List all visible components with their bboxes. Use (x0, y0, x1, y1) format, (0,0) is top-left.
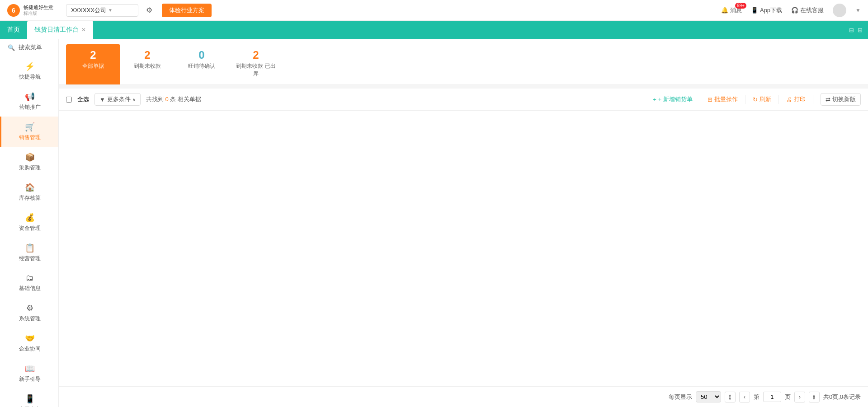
stats-bar: 2 全部单据 2 到期未收款 0 旺铺待确认 2 到期未收款 已出库 (59, 39, 868, 85)
select-all-label: 全选 (77, 95, 89, 103)
main-layout: 🔍 搜索菜单 ⚡ 快捷导航 📢 营销推广 🛒 销售管理 📦 采购管理 🏠 库存核… (0, 39, 868, 407)
divider3 (778, 95, 779, 104)
refresh-icon: ↻ (753, 96, 758, 103)
user-menu-button[interactable]: ▼ (855, 7, 861, 14)
batch-button[interactable]: ⊞ 批量操作 (708, 95, 738, 103)
divider2 (745, 95, 745, 104)
company-selector[interactable]: XXXXXX公司 ▼ (66, 4, 138, 17)
select-all-checkbox[interactable] (66, 97, 72, 103)
refresh-button[interactable]: ↻ 刷新 (753, 95, 771, 103)
minimize-icon[interactable]: ⊟ (849, 27, 854, 33)
expand-icon[interactable]: ⊞ (858, 27, 863, 33)
tab-workbench[interactable]: 钱货日清工作台 ✕ (27, 21, 93, 39)
business-icon: 📋 (25, 243, 35, 253)
company-dropdown-arrow: ▼ (108, 8, 113, 13)
messages-badge: 99+ (735, 3, 746, 9)
marketing-icon: 📢 (25, 92, 35, 102)
sidebar-item-sales[interactable]: 🛒 销售管理 (0, 117, 58, 147)
switch-icon: ⇄ (826, 96, 830, 103)
stat-card-overdue[interactable]: 2 到期未收款 (120, 44, 175, 84)
add-order-button[interactable]: + + 新增销货单 (653, 95, 693, 103)
sidebar-item-quick-nav[interactable]: ⚡ 快捷导航 (0, 56, 58, 86)
sidebar: 🔍 搜索菜单 ⚡ 快捷导航 📢 营销推广 🛒 销售管理 📦 采购管理 🏠 库存核… (0, 39, 59, 407)
pagination: 每页显示 10 20 50 100 ⟪ ‹ 第 页 › ⟫ 共0页,0条记录 (59, 386, 868, 407)
user-dropdown-icon: ▼ (855, 7, 861, 14)
page-size-select[interactable]: 10 20 50 100 (696, 391, 721, 402)
sidebar-item-inventory[interactable]: 🏠 库存核算 (0, 177, 58, 207)
service-icon: 🎧 (791, 7, 798, 14)
print-icon: 🖨 (786, 96, 792, 103)
divider4 (813, 95, 813, 104)
batch-icon: ⊞ (708, 96, 712, 103)
current-page-input[interactable] (763, 392, 781, 402)
inventory-icon: 🏠 (25, 182, 35, 192)
logo-icon: 6 (7, 4, 20, 17)
page-size-label: 每页显示 (669, 393, 692, 401)
quick-nav-icon: ⚡ (25, 61, 35, 71)
stat-pending-number: 0 (182, 49, 222, 61)
logo-text: 畅捷通好生意 标准版 (24, 4, 53, 16)
tab-controls: ⊟ ⊞ (849, 27, 868, 33)
app-center-icon: 📱 (25, 394, 35, 404)
base-info-icon: 🗂 (26, 273, 34, 283)
filter-icon: ▼ (99, 96, 105, 103)
sidebar-item-enterprise[interactable]: 🤝 企业协同 (0, 328, 58, 358)
page-label: 第 (754, 393, 760, 401)
sidebar-item-purchase[interactable]: 📦 采购管理 (0, 147, 58, 177)
found-count: 0 (165, 96, 169, 103)
finance-icon: 💰 (25, 213, 35, 223)
found-text: 共找到 0 条 相关单据 (146, 95, 201, 103)
prev-page-button[interactable]: ‹ (739, 392, 750, 402)
download-icon: 📱 (751, 7, 758, 14)
page-label-end: 页 (785, 393, 791, 401)
add-icon: + (653, 96, 656, 103)
purchase-icon: 📦 (25, 152, 35, 162)
trial-button[interactable]: 体验行业方案 (162, 4, 212, 17)
header-right: 🔔 消息 99+ 📱 App下载 🎧 在线客服 ▼ (721, 4, 861, 17)
stat-pending-label: 旺铺待确认 (182, 62, 222, 70)
stat-shipped-number: 2 (236, 49, 276, 61)
logo-area: 6 畅捷通好生意 标准版 (7, 4, 66, 17)
last-page-button[interactable]: ⟫ (809, 392, 820, 402)
divider (700, 95, 700, 104)
stat-shipped-label: 到期未收款 已出库 (236, 62, 276, 78)
content-area: 2 全部单据 2 到期未收款 0 旺铺待确认 2 到期未收款 已出库 全选 ▼ … (59, 39, 868, 407)
gear-icon: ⚙ (146, 6, 152, 14)
app-download-button[interactable]: 📱 App下载 (751, 6, 782, 14)
top-header: 6 畅捷通好生意 标准版 XXXXXX公司 ▼ ⚙ 体验行业方案 🔔 消息 99… (0, 0, 868, 21)
next-page-button[interactable]: › (794, 392, 805, 402)
print-button[interactable]: 🖨 打印 (786, 95, 806, 103)
sidebar-item-base-info[interactable]: 🗂 基础信息 (0, 268, 58, 298)
switch-version-button[interactable]: ⇄ 切换新版 (821, 93, 861, 106)
sidebar-item-finance[interactable]: 💰 资金管理 (0, 207, 58, 238)
guide-icon: 📖 (25, 364, 35, 374)
settings-button[interactable]: ⚙ (142, 3, 156, 18)
sidebar-item-guide[interactable]: 📖 新手引导 (0, 358, 58, 388)
system-icon: ⚙ (26, 303, 33, 313)
sidebar-item-app-center[interactable]: 📱 应用中心 (0, 388, 58, 407)
tab-bar: 首页 钱货日清工作台 ✕ ⊟ ⊞ (0, 21, 868, 39)
stat-card-pending[interactable]: 0 旺铺待确认 (175, 44, 229, 84)
tab-home[interactable]: 首页 (0, 21, 27, 39)
stat-overdue-number: 2 (127, 49, 167, 61)
stat-all-label: 全部单据 (73, 62, 113, 70)
stat-overdue-label: 到期未收款 (127, 62, 167, 70)
first-page-button[interactable]: ⟪ (725, 392, 736, 402)
total-text: 共0页,0条记录 (823, 393, 861, 401)
toolbar-right: + + 新增销货单 ⊞ 批量操作 ↻ 刷新 🖨 打印 (653, 93, 861, 106)
sidebar-item-system[interactable]: ⚙ 系统管理 (0, 298, 58, 328)
toolbar: 全选 ▼ 更多条件 ∨ 共找到 0 条 相关单据 + + 新增销货单 ⊞ (59, 89, 868, 111)
filter-button[interactable]: ▼ 更多条件 ∨ (94, 93, 141, 106)
sidebar-item-marketing[interactable]: 📢 营销推广 (0, 86, 58, 117)
enterprise-icon: 🤝 (25, 333, 35, 343)
stat-card-all[interactable]: 2 全部单据 (66, 44, 120, 84)
table-area (59, 111, 868, 386)
stat-all-number: 2 (73, 49, 113, 61)
sidebar-search[interactable]: 🔍 搜索菜单 (0, 39, 58, 56)
tab-close-icon[interactable]: ✕ (81, 27, 86, 33)
user-avatar[interactable] (833, 4, 846, 17)
online-service-button[interactable]: 🎧 在线客服 (791, 6, 824, 14)
stat-card-shipped[interactable]: 2 到期未收款 已出库 (229, 44, 283, 84)
sidebar-item-business[interactable]: 📋 经营管理 (0, 238, 58, 268)
messages-button[interactable]: 🔔 消息 99+ (721, 6, 742, 14)
